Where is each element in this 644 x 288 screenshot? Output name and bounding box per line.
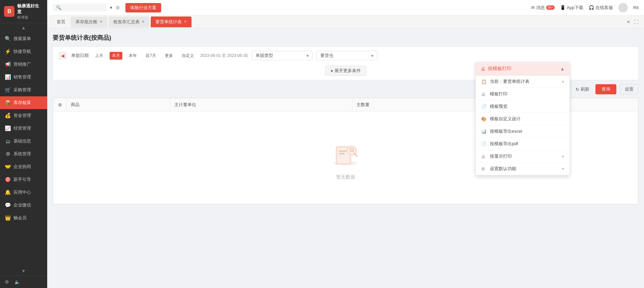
tab-order-stats[interactable]: 要货单统计表 ✕ bbox=[151, 17, 192, 27]
more-date-btn[interactable]: 更多 bbox=[163, 52, 175, 60]
export-pdf-item[interactable]: 📄 按模板导出pdf bbox=[476, 138, 569, 150]
nav-label-search: 搜索菜单 bbox=[13, 36, 31, 42]
col-product-header: 商品 bbox=[67, 98, 170, 111]
export-excel-icon: 📊 bbox=[481, 129, 487, 134]
display-print-item[interactable]: 🖨 按显示打印 ▾ bbox=[476, 150, 569, 163]
current-template-item[interactable]: 📋 当前：要货单统计表 ▾ bbox=[476, 75, 569, 88]
topbar-gear-icon[interactable]: ⚙ bbox=[116, 5, 120, 10]
sidebar-scroll-down[interactable]: ▼ bbox=[20, 267, 27, 275]
user-avatar[interactable] bbox=[618, 3, 628, 12]
nav-label-purchase: 采购管理 bbox=[13, 87, 31, 93]
tab-batch-accounts[interactable]: 库存批次账 ✕ bbox=[71, 17, 107, 27]
settings-button[interactable]: 设置 bbox=[620, 84, 639, 94]
trial-button[interactable]: 体验行业方案 bbox=[125, 3, 161, 12]
nav-icon-search: 🔍 bbox=[5, 36, 11, 42]
message-button[interactable]: ✉ 消息 99+ bbox=[531, 5, 555, 11]
prev-month-btn[interactable]: 上月 bbox=[93, 52, 106, 60]
tab-close-order-stats[interactable]: ✕ bbox=[184, 20, 187, 24]
template-design-item[interactable]: 🎨 模板自定义设计 bbox=[476, 113, 569, 125]
maximize-window-btn[interactable]: ⛶ bbox=[634, 19, 639, 25]
nav-icon-app-center: 🔔 bbox=[5, 189, 11, 195]
chevron-down-icon: ▾ bbox=[110, 5, 112, 10]
nav-icon-quick-nav: ⚡ bbox=[5, 49, 11, 55]
current-year-btn[interactable]: 本年 bbox=[126, 52, 139, 60]
settings-footer-icon[interactable]: ⚙ bbox=[5, 279, 9, 285]
nav-icon-basics: 🗂 bbox=[5, 138, 11, 144]
export-pdf-icon: 📄 bbox=[481, 141, 487, 147]
nav-label-enterprise: 企业协同 bbox=[13, 164, 31, 170]
sidebar-item-wechat[interactable]: 💬企业微信 bbox=[0, 199, 47, 212]
sidebar-item-inventory[interactable]: 📦库存核算 bbox=[0, 96, 47, 109]
tab-close-batch-accounts[interactable]: ✕ bbox=[99, 20, 103, 24]
refresh-icon: ↻ bbox=[576, 87, 579, 92]
dropdown-collapse-btn[interactable]: ▲ bbox=[560, 66, 565, 71]
template-print-item[interactable]: 🖨 模板打印 bbox=[476, 88, 569, 100]
nav-icon-enterprise: 🤝 bbox=[5, 164, 11, 170]
template-preview-item[interactable]: 📄 模板预览 bbox=[476, 100, 569, 113]
service-icon: 🎧 bbox=[589, 5, 594, 10]
nav-label-marketing: 营销推广 bbox=[13, 61, 31, 67]
type-chevron-icon: ▾ bbox=[306, 53, 309, 58]
current-template-arrow: ▾ bbox=[562, 79, 564, 84]
sidebar-item-basics[interactable]: 🗂基础信息 bbox=[0, 135, 47, 148]
online-service-button[interactable]: 🎧 在线客服 bbox=[589, 5, 613, 11]
topbar-dropdown[interactable]: ▾ bbox=[110, 5, 112, 10]
tabbar: 首页 库存批次账 ✕ 收发存汇总表 ✕ 要货单统计表 ✕ ✕ ⛶ bbox=[47, 15, 644, 28]
query-button[interactable]: 查询 bbox=[595, 84, 616, 94]
svg-rect-3 bbox=[339, 151, 347, 152]
current-template-label: 当前：要货单统计表 bbox=[490, 78, 529, 85]
sidebar-item-search[interactable]: 🔍搜索菜单 bbox=[0, 32, 47, 45]
nav-icon-inventory: 📦 bbox=[5, 100, 11, 106]
tab-close-collection-summary[interactable]: ✕ bbox=[142, 20, 145, 24]
display-print-icon: 🖨 bbox=[481, 154, 487, 159]
topbar-right: ✉ 消息 99+ 📱 App下载 🎧 在线客服 Rit bbox=[531, 3, 639, 12]
app-download-button[interactable]: 📱 App下载 bbox=[560, 5, 583, 11]
current-month-btn[interactable]: 本月 bbox=[110, 52, 122, 60]
nav-label-system: 系统管理 bbox=[13, 151, 31, 157]
page-title: 要货单统计表(按商品) bbox=[53, 34, 639, 42]
nav-icon-finance: 💰 bbox=[5, 113, 11, 119]
sidebar-item-enterprise[interactable]: 🤝企业协同 bbox=[0, 160, 47, 173]
sidebar-item-sales[interactable]: 📊销售管理 bbox=[0, 71, 47, 84]
audio-footer-icon[interactable]: 🔈 bbox=[14, 279, 20, 285]
refresh-button[interactable]: ↻ 刷新 bbox=[573, 85, 592, 94]
sidebar-item-guide[interactable]: 🎯新手引导 bbox=[0, 173, 47, 186]
custom-date-btn[interactable]: 自定义 bbox=[179, 52, 196, 60]
user-name: Rit bbox=[633, 5, 639, 10]
nav-icon-wechat: 💬 bbox=[5, 202, 11, 208]
default-function-item[interactable]: ⚙ 设置默认功能 ▾ bbox=[476, 163, 569, 175]
message-icon: ✉ bbox=[531, 5, 535, 10]
last-7-days-btn[interactable]: 近7天 bbox=[143, 52, 158, 60]
search-input[interactable] bbox=[63, 5, 103, 10]
message-badge: 99+ bbox=[546, 5, 555, 10]
nav-icon-operations: 📈 bbox=[5, 125, 11, 131]
delivery-select[interactable]: 要货仓 ▾ bbox=[317, 51, 377, 60]
sidebar-item-operations[interactable]: 📈经营管理 bbox=[0, 122, 47, 135]
topbar-search-box[interactable]: 🔍 bbox=[53, 4, 107, 11]
sidebar: B 畅康通好生意 标准版 ▲ 🔍搜索菜单⚡快捷导航📢营销推广📊销售管理🛒采购管理… bbox=[0, 0, 47, 288]
sidebar-item-app-center[interactable]: 🔔应用中心 bbox=[0, 186, 47, 199]
sidebar-item-purchase[interactable]: 🛒采购管理 bbox=[0, 84, 47, 96]
delivery-chevron-icon: ▾ bbox=[371, 53, 374, 58]
tab-home[interactable]: 首页 bbox=[53, 17, 69, 27]
page-content: 要货单统计表(按商品) ◀ 单据日期 上月 本月 本年 近7天 更多 自定义 2… bbox=[47, 28, 644, 288]
svg-text:📄: 📄 bbox=[340, 154, 344, 157]
filter-toggle-button[interactable]: ◀ bbox=[58, 52, 67, 60]
close-window-btn[interactable]: ✕ bbox=[626, 19, 631, 25]
download-icon: 📱 bbox=[560, 5, 565, 10]
sidebar-item-system[interactable]: ⚙系统管理 bbox=[0, 148, 47, 160]
sidebar-scroll-up[interactable]: ▲ bbox=[20, 24, 27, 32]
sidebar-item-member[interactable]: 👑畅会员 bbox=[0, 212, 47, 224]
type-select[interactable]: 单据类型 ▾ bbox=[252, 51, 313, 60]
export-excel-item[interactable]: 📊 按模板导出excel bbox=[476, 125, 569, 138]
filter-row: ◀ 单据日期 上月 本月 本年 近7天 更多 自定义 2023-06-01 至 … bbox=[58, 51, 633, 60]
expand-more-button[interactable]: ▾ 展开更多条件 bbox=[325, 66, 367, 76]
nav-icon-sales: 📊 bbox=[5, 74, 11, 80]
col-settings-header[interactable]: ⚙ bbox=[53, 98, 67, 111]
sidebar-item-marketing[interactable]: 📢营销推广 bbox=[0, 58, 47, 71]
sidebar-item-quick-nav[interactable]: ⚡快捷导航 bbox=[0, 45, 47, 58]
nav-label-inventory: 库存核算 bbox=[13, 100, 31, 106]
tab-collection-summary[interactable]: 收发存汇总表 ✕ bbox=[109, 17, 149, 27]
default-func-icon: ⚙ bbox=[481, 166, 487, 171]
sidebar-item-finance[interactable]: 💰资金管理 bbox=[0, 109, 47, 122]
